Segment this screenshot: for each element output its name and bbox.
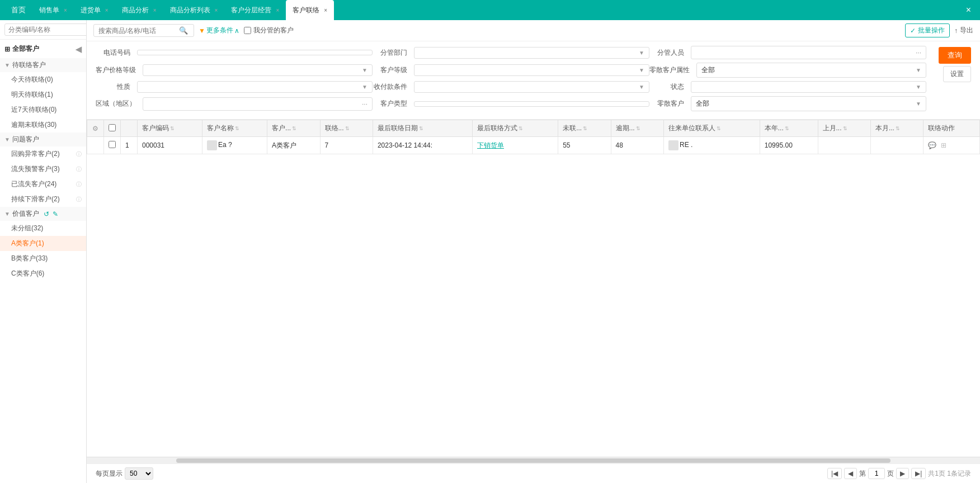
row-last-month [818,137,870,154]
close-analysis-list-tab[interactable]: × [215,7,218,13]
th-overdue[interactable]: 逾期...⇅ [611,120,663,137]
sidebar-item-churned[interactable]: 已流失客户(24) ⓘ [0,177,86,192]
th-gear[interactable]: ⚙ [87,120,104,137]
tab-analysis[interactable]: 商品分析 × [115,0,163,20]
status-label: 状态 [649,82,689,92]
page-number-input[interactable] [868,468,885,479]
person-input[interactable]: ··· [691,46,926,59]
row-select-checkbox[interactable] [109,141,116,148]
per-page-select[interactable]: 50 100 200 [125,467,153,480]
tab-analysis-list[interactable]: 商品分析列表 × [163,0,225,20]
filter-search-input[interactable] [98,27,177,35]
close-all-btn[interactable]: × [962,5,976,15]
sidebar-item-today[interactable]: 今天待联络(0) [0,72,86,87]
query-button[interactable]: 查询 [939,47,971,64]
next-page-btn[interactable]: ▶ [896,468,909,479]
retail-attr-select[interactable]: 全部▼ [696,63,926,78]
bottom-bar: 每页显示 50 100 200 |◀ ◀ 第 页 ▶ ▶| 共1页 1条记录 [87,463,980,483]
sidebar-item-ungroup[interactable]: 未分组(32) [0,221,86,236]
field-cust-level: 客户等级 ▼ [373,64,649,76]
select-all-checkbox[interactable] [109,124,116,131]
sidebar-group-pending[interactable]: ▼ 待联络客户 [0,58,86,72]
first-page-btn[interactable]: |◀ [827,468,842,479]
th-last-date[interactable]: 最后联络日期⇅ [373,120,472,137]
dept-select[interactable]: ▼ [414,47,649,59]
th-this-year[interactable]: 本年...⇅ [760,120,818,137]
sidebar-item-class-c[interactable]: C类客户(6) [0,266,86,281]
sidebar-item-repurchase[interactable]: 回购异常客户(2) ⓘ [0,146,86,162]
status-select[interactable]: ▼ [691,81,926,93]
retail-attr-label: 零散客户属性 [649,65,694,75]
th-this-month[interactable]: 本月...⇅ [870,120,923,137]
th-contact[interactable]: 联络...⇅ [320,120,373,137]
row-overdue: 48 [611,137,663,154]
th-last-month[interactable]: 上月...⇅ [818,120,870,137]
sidebar-search-area: 🔍 [0,20,86,40]
top-nav: 首页 销售单 × 进货单 × 商品分析 × 商品分析列表 × 客户分层经营 × … [0,0,980,20]
filter-search-icon[interactable]: 🔍 [179,26,188,35]
field-status: 状态 ▼ [649,81,926,93]
nature-select[interactable]: ▼ [137,81,373,93]
th-name[interactable]: 客户名称⇅ [202,120,267,137]
sidebar-group-problem[interactable]: ▼ 问题客户 [0,132,86,146]
batch-op-btn[interactable]: ✓ 批量操作 [905,23,950,37]
retail-select[interactable]: 全部▼ [691,96,926,111]
close-customer-contact-tab[interactable]: × [324,7,327,13]
export-btn[interactable]: ↑ 导出 [954,26,973,35]
sidebar-item-tomorrow[interactable]: 明天待联络(1) [0,87,86,102]
sidebar-item-class-b[interactable]: B类客户(33) [0,251,86,266]
sidebar-collapse-btn[interactable]: ◀ [76,45,82,54]
price-level-select[interactable]: ▼ [143,64,373,76]
th-no-contact[interactable]: 未联...⇅ [558,120,611,137]
pagination: |◀ ◀ 第 页 ▶ ▶| 共1页 1条记录 [827,468,971,479]
filter-search-box[interactable]: 🔍 [93,24,194,37]
close-purchase-tab[interactable]: × [105,7,109,13]
tab-purchase[interactable]: 进货单 × [74,0,115,20]
sidebar-item-overdue[interactable]: 逾期未联络(30) [0,117,86,132]
cust-type-input[interactable] [414,101,649,107]
info-icon-3: ⓘ [76,181,82,188]
sidebar-group-value: ▼ 价值客户 ↺ ✎ [0,207,86,221]
close-customer-mgmt-tab[interactable]: × [276,7,279,13]
th-type[interactable]: 客户...⇅ [267,120,320,137]
sidebar-search-input[interactable] [4,23,87,36]
phone-input[interactable] [137,50,373,55]
horizontal-scrollbar[interactable] [87,457,980,463]
sidebar-item-class-a[interactable]: A类客户(1) [0,236,86,251]
row-last-method[interactable]: 下销货单 [473,137,558,154]
filter-more-btn[interactable]: ▼ 更多条件 ∧ [199,26,239,35]
th-last-method[interactable]: 最后联络方式⇅ [473,120,558,137]
sidebar-item-7days[interactable]: 近7天待联络(0) [0,102,86,117]
th-unit-contact[interactable]: 往来单位联系人⇅ [664,120,760,137]
gear-icon[interactable]: ⚙ [92,125,98,132]
check-icon: ✓ [910,27,916,35]
edit-icon[interactable]: ✎ [53,210,58,218]
row-unit-contact: RE . [664,137,760,154]
payment-select[interactable]: ▼ [414,81,649,93]
th-code[interactable]: 客户编码⇅ [138,120,202,137]
group-value-label: 价值客户 [12,209,39,219]
arrow-down-icon-2: ▼ [4,136,10,143]
grid-action-icon[interactable]: ⊞ [941,141,946,149]
last-page-btn[interactable]: ▶| [911,468,926,479]
cust-level-select[interactable]: ▼ [414,64,649,76]
region-input[interactable]: ··· [143,97,373,111]
refresh-icon[interactable]: ↺ [44,210,49,218]
sidebar-item-churn-warning[interactable]: 流失预警客户(3) ⓘ [0,162,86,177]
my-customers-checkbox[interactable] [244,27,251,34]
sidebar-item-declining[interactable]: 持续下滑客户(2) ⓘ [0,192,86,207]
tab-customer-contact[interactable]: 客户联络 × [286,0,334,20]
setting-button[interactable]: 设置 [943,66,971,82]
tab-customer-mgmt[interactable]: 客户分层经营 × [224,0,286,20]
th-action: 联络动作 [924,120,980,137]
adv-row-2: 客户价格等级 ▼ 客户等级 ▼ 零散客户属性 [96,63,926,78]
close-sales-tab[interactable]: × [64,7,67,13]
last-method-link[interactable]: 下销货单 [477,141,504,149]
chevron-down-icon: ∧ [234,27,239,35]
nav-home[interactable]: 首页 [4,5,32,15]
close-analysis-tab[interactable]: × [153,7,157,13]
tab-sales[interactable]: 销售单 × [32,0,74,20]
prev-page-btn[interactable]: ◀ [844,468,857,479]
all-customers-label[interactable]: 全部客户 [12,44,39,54]
chat-icon[interactable]: 💬 [928,141,936,149]
